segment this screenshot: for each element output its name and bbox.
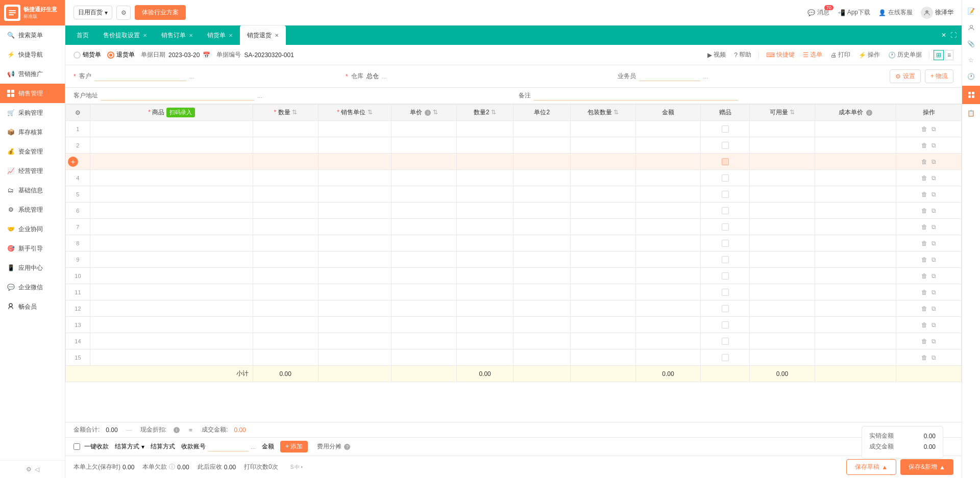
right-person-btn[interactable] (964, 20, 978, 35)
single-debt-info[interactable]: ⓘ (169, 463, 175, 471)
copy-icon[interactable]: ⧉ (930, 353, 937, 362)
address-picker-btn[interactable]: ... (257, 92, 262, 99)
history-btn[interactable]: 🕐 历史单据 (885, 49, 925, 61)
price-info-icon[interactable]: i (425, 110, 431, 116)
delete-icon[interactable]: 🗑 (920, 337, 928, 346)
gift-checkbox[interactable] (722, 338, 729, 345)
operations-btn[interactable]: ⚡ 操作 (855, 49, 883, 61)
delete-icon[interactable]: 🗑 (920, 173, 928, 183)
category-select[interactable]: 日用百货 ▾ (74, 6, 112, 19)
delete-icon[interactable]: 🗑 (920, 124, 928, 134)
calendar-icon[interactable]: 📅 (203, 52, 210, 59)
sidebar-item-search[interactable]: 🔍 搜索菜单 (0, 26, 65, 45)
sidebar-item-finance[interactable]: 💰 资金管理 (0, 142, 65, 161)
online-service-button[interactable]: 👤 在线客服 (878, 8, 913, 17)
view-toggle-list[interactable]: ≡ (945, 50, 953, 60)
copy-icon[interactable]: ⧉ (930, 304, 937, 313)
gift-checkbox[interactable] (722, 354, 729, 361)
note-input[interactable] (534, 91, 738, 100)
copy-icon[interactable]: ⧉ (930, 337, 937, 346)
right-note-btn[interactable]: 📝 (964, 4, 978, 18)
delete-icon[interactable]: 🗑 (920, 271, 928, 281)
expand-tab-action[interactable]: ⛶ (949, 31, 958, 40)
copy-icon[interactable]: ⧉ (930, 190, 937, 199)
message-button[interactable]: 💬 消息 70 (807, 8, 829, 17)
warehouse-picker-btn[interactable]: ... (382, 73, 387, 80)
sidebar-collapse-btn[interactable]: ◁ (35, 466, 39, 473)
video-btn[interactable]: ▶ 视频 (704, 49, 729, 61)
col-settings[interactable]: ⚙ (66, 105, 90, 121)
customer-input[interactable] (94, 71, 186, 81)
gift-checkbox[interactable] (722, 256, 729, 263)
copy-icon[interactable]: ⧉ (930, 239, 937, 248)
sidebar-item-apps[interactable]: 📱 应用中心 (0, 258, 65, 278)
radio-sales[interactable]: 销货单 (74, 51, 101, 59)
view-toggle-grid[interactable]: ⊞ (934, 50, 944, 60)
discount-info-icon[interactable]: i (174, 427, 180, 433)
tab-close-sales-delivery[interactable]: ✕ (229, 33, 233, 38)
tab-close-price-settings[interactable]: ✕ (143, 33, 147, 38)
sidebar-item-purchase[interactable]: 🛒 采购管理 (0, 103, 65, 122)
gift-checkbox[interactable] (722, 289, 729, 296)
staff-picker-btn[interactable]: ... (703, 73, 708, 80)
sidebar-item-basic[interactable]: 🗂 基础信息 (0, 181, 65, 200)
select-btn[interactable]: ☰ 选单 (800, 49, 825, 61)
delete-icon[interactable]: 🗑 (920, 304, 928, 313)
right-attach-btn[interactable]: 📎 (964, 37, 978, 51)
close-tab-action[interactable]: ✕ (940, 31, 947, 40)
gift-checkbox[interactable] (722, 321, 729, 329)
delete-icon[interactable]: 🗑 (920, 222, 928, 232)
print-btn[interactable]: 🖨 打印 (827, 49, 853, 61)
right-history-btn[interactable]: 🕐 (964, 69, 978, 84)
copy-icon[interactable]: ⧉ (930, 173, 937, 183)
product-input-active[interactable] (92, 158, 251, 165)
radio-sales-input[interactable] (74, 52, 81, 59)
gift-checkbox[interactable] (722, 272, 729, 280)
app-download-button[interactable]: 📲 App下载 (838, 8, 870, 17)
tab-sales-delivery[interactable]: 销货单 ✕ (200, 26, 240, 45)
tab-close-sales-return[interactable]: ✕ (275, 33, 279, 38)
shortcuts-btn[interactable]: ⌨ 快捷键 (763, 49, 798, 61)
gift-checkbox[interactable] (722, 305, 729, 312)
add-payment-btn[interactable]: + 添加 (280, 441, 308, 452)
expense-info-icon[interactable]: ? (344, 444, 350, 450)
topbar-settings-button[interactable]: ⚙ (116, 6, 131, 20)
sidebar-item-guide[interactable]: 🎯 新手引导 (0, 239, 65, 258)
account-picker[interactable]: ... (251, 443, 256, 450)
copy-icon[interactable]: ⧉ (930, 288, 937, 297)
copy-icon[interactable]: ⧉ (930, 157, 937, 166)
copy-icon[interactable]: ⧉ (930, 206, 937, 215)
delete-icon[interactable]: 🗑 (920, 157, 928, 166)
delete-icon[interactable]: 🗑 (920, 353, 928, 362)
delete-icon[interactable]: 🗑 (920, 255, 928, 264)
copy-icon[interactable]: ⧉ (930, 255, 937, 264)
tab-close-sales-order[interactable]: ✕ (189, 33, 193, 38)
sidebar-item-sales[interactable]: 销售管理 (0, 84, 65, 103)
copy-icon[interactable]: ⧉ (930, 320, 937, 330)
one-click-checkbox[interactable] (74, 443, 80, 450)
gift-checkbox[interactable] (722, 158, 729, 165)
save-new-button[interactable]: 保存&新增 ▲ (900, 459, 953, 475)
gift-checkbox[interactable] (722, 191, 729, 198)
gift-checkbox[interactable] (722, 223, 729, 231)
sidebar-item-operations[interactable]: 📈 经营管理 (0, 161, 65, 181)
gift-checkbox[interactable] (722, 207, 729, 214)
tab-sales-return[interactable]: 销货退货 ✕ (240, 26, 286, 45)
right-clip-btn[interactable]: 📋 (964, 106, 978, 120)
account-input[interactable] (208, 442, 249, 451)
scan-btn[interactable]: 扫码录入 (166, 108, 195, 117)
trial-button[interactable]: 体验行业方案 (135, 5, 186, 20)
radio-return-input[interactable] (107, 52, 114, 59)
save-draft-button[interactable]: 保存草稿 ▲ (846, 459, 896, 475)
tab-price-settings[interactable]: 售价提取设置 ✕ (96, 26, 154, 45)
sidebar-item-system[interactable]: ⚙ 系统管理 (0, 200, 65, 219)
customer-picker-btn[interactable]: ... (189, 73, 194, 80)
address-input[interactable] (101, 91, 254, 100)
sidebar-item-wechat[interactable]: 💬 企业微信 (0, 278, 65, 297)
delete-icon[interactable]: 🗑 (920, 239, 928, 248)
sidebar-item-inventory[interactable]: 📦 库存核算 (0, 122, 65, 142)
copy-icon[interactable]: ⧉ (930, 271, 937, 281)
delete-icon[interactable]: 🗑 (920, 206, 928, 215)
cost-info-icon[interactable]: i (866, 110, 872, 116)
add-row-btn[interactable]: + (68, 157, 78, 167)
